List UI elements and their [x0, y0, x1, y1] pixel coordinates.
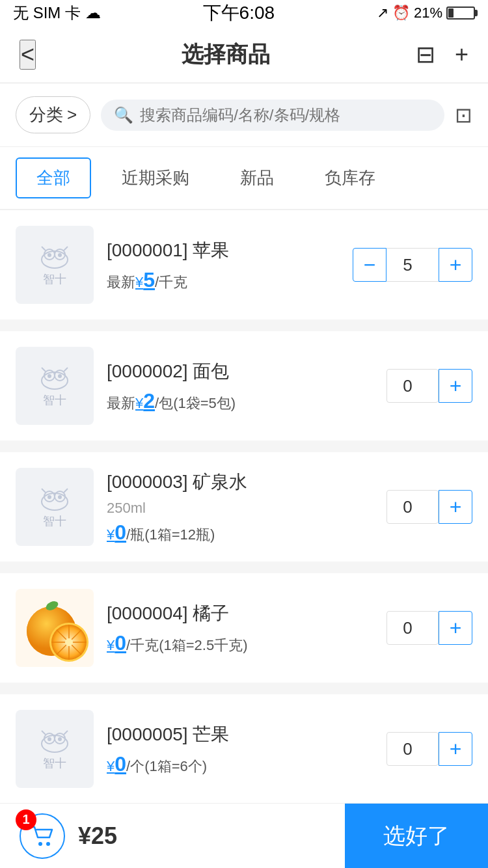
category-arrow-icon: >	[67, 105, 77, 125]
svg-line-37	[64, 731, 68, 735]
price-num: 5	[143, 268, 155, 292]
price-num: 2	[143, 389, 155, 413]
product-info: [0000003] 矿泉水 250ml ¥ 0 /瓶(1箱=12瓶)	[107, 470, 373, 545]
sim-status: 无 SIM 卡 ☁	[13, 3, 101, 23]
tab-bar: 全部 近期采购 新品 负库存	[0, 147, 488, 210]
price-currency: ¥	[107, 758, 115, 775]
price-num: 0	[115, 631, 126, 655]
tab-all[interactable]: 全部	[16, 157, 91, 198]
search-input[interactable]	[140, 106, 431, 124]
scan-button[interactable]: ⊡	[455, 103, 472, 128]
cart-total: ¥25	[78, 822, 117, 850]
quantity-control: +	[386, 490, 472, 524]
product-thumbnail: 智十	[16, 710, 94, 788]
svg-line-19	[42, 489, 46, 493]
product-info: [0000001] 苹果 最新 ¥ 5 /千克	[107, 238, 340, 292]
filter-bar: 分类 > 🔍 ⊡	[0, 83, 488, 147]
quantity-input[interactable]	[386, 611, 439, 645]
quantity-input[interactable]	[386, 369, 439, 403]
price-row: ¥ 0 /千克(1箱=2.5千克)	[107, 631, 373, 655]
confirm-button[interactable]: 选好了	[345, 804, 488, 869]
price-label: 最新	[107, 394, 135, 413]
price-row: ¥ 0 /瓶(1箱=12瓶)	[107, 521, 373, 545]
brand-text: 智十	[43, 271, 66, 287]
product-item: 智十 [0000002] 面包 最新 ¥ 2 /包(1袋=5包) +	[0, 331, 488, 441]
quantity-input[interactable]	[386, 490, 439, 524]
product-thumbnail: 智十	[16, 468, 94, 546]
increase-button[interactable]: +	[439, 611, 472, 645]
cart-area: 1 ¥25	[0, 813, 345, 859]
product-thumbnail: 智十	[16, 347, 94, 425]
placeholder-image: 智十	[16, 347, 94, 425]
brand-text: 智十	[43, 392, 66, 408]
back-button[interactable]: <	[20, 40, 36, 70]
increase-button[interactable]: +	[439, 732, 472, 766]
product-item: 智十 [0000001] 苹果 最新 ¥ 5 /千克 − +	[0, 210, 488, 319]
price-num: 0	[115, 752, 126, 776]
price-num: 0	[115, 521, 126, 545]
category-button[interactable]: 分类 >	[16, 96, 90, 133]
bottom-bar: 1 ¥25 选好了	[0, 803, 488, 868]
brand-text: 智十	[43, 513, 66, 529]
product-thumbnail	[16, 589, 94, 667]
product-name: [0000001] 苹果	[107, 238, 340, 263]
quantity-control: +	[386, 611, 472, 645]
status-right: ↗ ⏰ 21%	[377, 5, 475, 21]
quantity-control: +	[386, 369, 472, 403]
status-left: 无 SIM 卡 ☁	[13, 3, 101, 23]
svg-line-6	[64, 247, 68, 251]
placeholder-image: 智十	[16, 710, 94, 788]
product-name: [0000003] 矿泉水	[107, 470, 373, 495]
product-item: 智十 [0000003] 矿泉水 250ml ¥ 0 /瓶(1箱=12瓶) +	[0, 452, 488, 562]
increase-button[interactable]: +	[439, 248, 472, 282]
cart-icon-wrap[interactable]: 1	[20, 813, 65, 859]
status-bar: 无 SIM 卡 ☁ 下午6:08 ↗ ⏰ 21%	[0, 0, 488, 26]
svg-line-36	[42, 731, 46, 735]
increase-button[interactable]: +	[439, 490, 472, 524]
svg-line-12	[42, 368, 46, 372]
filter-icon[interactable]: ⊟	[416, 41, 435, 68]
search-icon: 🔍	[114, 106, 133, 124]
decrease-button[interactable]: −	[353, 248, 386, 282]
header: < 选择商品 ⊟ +	[0, 26, 488, 83]
svg-point-17	[47, 495, 51, 499]
product-list: 智十 [0000001] 苹果 最新 ¥ 5 /千克 − +	[0, 210, 488, 868]
product-name: [0000005] 芒果	[107, 722, 373, 747]
price-currency: ¥	[107, 526, 115, 543]
svg-point-30	[65, 638, 73, 646]
brand-text: 智十	[43, 755, 66, 771]
alarm-icon: ⏰	[392, 5, 410, 21]
price-unit: /包(1袋=5包)	[155, 394, 236, 413]
quantity-input[interactable]	[386, 732, 439, 766]
product-info: [0000002] 面包 最新 ¥ 2 /包(1袋=5包)	[107, 359, 373, 413]
tab-recent[interactable]: 近期采购	[102, 157, 210, 198]
product-info: [0000004] 橘子 ¥ 0 /千克(1箱=2.5千克)	[107, 601, 373, 655]
svg-point-3	[47, 253, 51, 257]
cart-badge: 1	[16, 809, 36, 830]
quantity-input[interactable]	[386, 248, 439, 282]
price-row: ¥ 0 /个(1箱=6个)	[107, 752, 373, 776]
product-item: [0000004] 橘子 ¥ 0 /千克(1箱=2.5千克) +	[0, 573, 488, 683]
price-unit: /瓶(1箱=12瓶)	[126, 525, 215, 545]
svg-point-4	[58, 253, 62, 257]
product-name: [0000004] 橘子	[107, 601, 373, 626]
tab-negative[interactable]: 负库存	[305, 157, 396, 198]
tab-new[interactable]: 新品	[220, 157, 294, 198]
status-time: 下午6:08	[203, 1, 275, 25]
location-icon: ↗	[377, 5, 388, 21]
increase-button[interactable]: +	[439, 369, 472, 403]
price-row: 最新 ¥ 2 /包(1袋=5包)	[107, 389, 373, 413]
svg-point-53	[46, 842, 50, 846]
price-currency: ¥	[135, 274, 143, 291]
svg-point-34	[47, 737, 51, 741]
add-icon[interactable]: +	[455, 41, 468, 68]
svg-line-20	[64, 489, 68, 493]
svg-line-5	[42, 247, 46, 251]
svg-line-13	[64, 368, 68, 372]
battery-percent: 21%	[414, 5, 442, 21]
category-label: 分类	[29, 103, 63, 126]
product-info: [0000005] 芒果 ¥ 0 /个(1箱=6个)	[107, 722, 373, 776]
price-label: 最新	[107, 273, 135, 292]
page-title: 选择商品	[182, 40, 270, 70]
battery-icon	[446, 7, 475, 20]
